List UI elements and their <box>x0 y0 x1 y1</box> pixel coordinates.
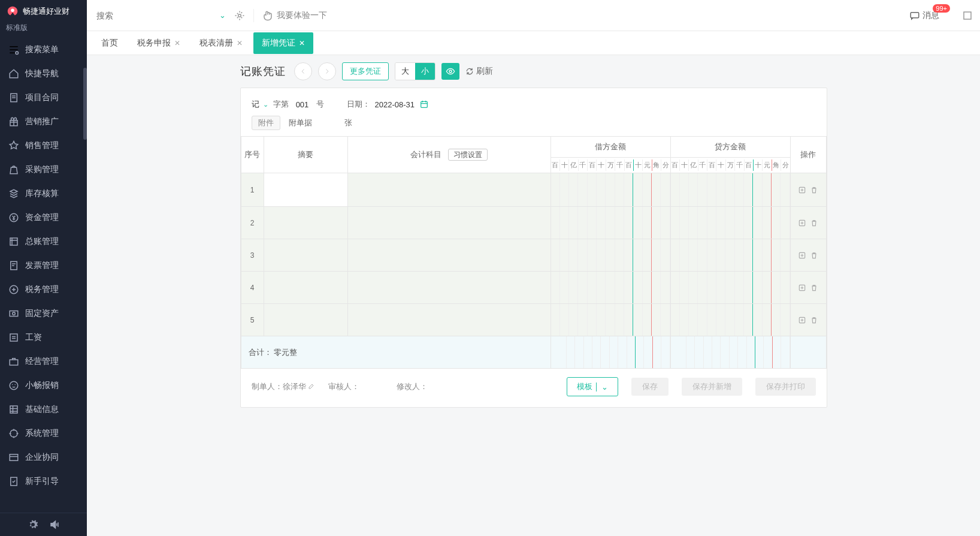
debit-cell[interactable] <box>551 304 670 336</box>
date-value[interactable]: 2022-08-31 <box>375 100 415 109</box>
sidebar-item-3[interactable]: 营销推广 <box>0 110 87 134</box>
sidebar-menu: 搜索菜单快捷导航项目合同营销推广销售管理采购管理库存核算资金管理总账管理发票管理… <box>0 38 87 513</box>
chevron-down-icon[interactable]: ⌄ <box>596 383 608 392</box>
debit-cell[interactable] <box>551 173 670 207</box>
summary-cell[interactable] <box>264 207 347 239</box>
stack-icon <box>8 188 19 199</box>
credit-cell[interactable] <box>670 304 790 336</box>
close-icon[interactable]: ✕ <box>299 39 305 47</box>
sidebar-item-6[interactable]: 库存核算 <box>0 182 87 206</box>
refresh-button[interactable]: 刷新 <box>465 66 493 77</box>
debit-digits-head: 百十亿千百十万千百十元角分 <box>551 158 670 173</box>
message-button[interactable]: 消息 99+ <box>909 10 939 21</box>
close-icon[interactable]: ✕ <box>237 39 243 47</box>
add-row-icon[interactable] <box>798 284 806 292</box>
subject-cell[interactable] <box>347 239 551 272</box>
svg-point-4 <box>16 52 19 55</box>
save-new-button[interactable]: 保存并新增 <box>682 378 742 396</box>
summary-cell[interactable] <box>264 272 347 304</box>
sidebar-item-10[interactable]: 税务管理 <box>0 278 87 302</box>
credit-cell[interactable] <box>670 239 790 272</box>
svg-rect-11 <box>10 311 18 317</box>
delete-row-icon[interactable] <box>810 251 818 260</box>
row-index: 1 <box>241 173 264 207</box>
view-button[interactable] <box>441 63 459 80</box>
close-icon[interactable]: ✕ <box>174 39 180 47</box>
delete-row-icon[interactable] <box>810 186 818 194</box>
summary-cell[interactable] <box>264 304 347 336</box>
prev-button[interactable] <box>294 62 312 80</box>
summary-cell[interactable] <box>264 239 347 272</box>
chevron-down-icon[interactable]: ⌄ <box>219 11 226 20</box>
col-summary: 摘要 <box>264 137 347 173</box>
sidebar-item-18[interactable]: 新手引导 <box>0 469 87 493</box>
sidebar-item-5[interactable]: 采购管理 <box>0 158 87 182</box>
attach-button[interactable]: 附件 <box>252 116 280 130</box>
sidebar-item-13[interactable]: 经营管理 <box>0 350 87 374</box>
speaker-icon[interactable] <box>49 519 60 530</box>
svg-rect-24 <box>964 12 971 19</box>
sidebar-item-0[interactable]: 搜索菜单 <box>0 38 87 62</box>
sidebar-item-8[interactable]: 总账管理 <box>0 230 87 254</box>
svg-point-0 <box>11 8 14 12</box>
gear-icon[interactable] <box>234 10 245 21</box>
sidebar-item-7[interactable]: 资金管理 <box>0 206 87 230</box>
svg-point-25 <box>449 70 452 73</box>
svg-point-19 <box>10 430 17 437</box>
save-print-button[interactable]: 保存并打印 <box>755 378 816 396</box>
subject-cell[interactable] <box>347 207 551 239</box>
svg-rect-3 <box>10 53 15 54</box>
sidebar-item-16[interactable]: 系统管理 <box>0 421 87 445</box>
delete-row-icon[interactable] <box>810 284 818 292</box>
sidebar-item-17[interactable]: 企业协同 <box>0 445 87 469</box>
delete-row-icon[interactable] <box>810 316 818 324</box>
sidebar-item-12[interactable]: 工资 <box>0 326 87 350</box>
template-button[interactable]: 模板 ⌄ <box>567 377 618 396</box>
delete-row-icon[interactable] <box>810 219 818 227</box>
search-input[interactable] <box>94 7 226 24</box>
add-row-icon[interactable] <box>798 251 806 260</box>
sidebar-item-14[interactable]: 小畅报销 <box>0 374 87 398</box>
tab-1[interactable]: 税务申报✕ <box>129 32 189 54</box>
more-vouchers-button[interactable]: 更多凭证 <box>342 62 389 80</box>
table-row: 4 <box>241 272 826 304</box>
experience-button[interactable]: 我要体验一下 <box>262 10 327 21</box>
subject-cell[interactable] <box>347 272 551 304</box>
tab-3[interactable]: 新增凭证✕ <box>253 32 313 54</box>
sidebar-item-1[interactable]: 快捷导航 <box>0 62 87 86</box>
next-button[interactable] <box>318 62 336 80</box>
habit-settings-button[interactable]: 习惯设置 <box>448 149 488 161</box>
chevron-right-icon <box>323 68 331 75</box>
save-button[interactable]: 保存 <box>631 378 669 396</box>
summary-input[interactable] <box>267 176 345 202</box>
credit-cell[interactable] <box>670 272 790 304</box>
add-row-icon[interactable] <box>798 316 806 324</box>
debit-cell[interactable] <box>551 207 670 239</box>
sidebar-item-11[interactable]: 固定资产 <box>0 302 87 326</box>
sidebar-item-2[interactable]: 项目合同 <box>0 86 87 110</box>
gear-icon[interactable] <box>28 519 38 530</box>
tab-2[interactable]: 税表清册✕ <box>191 32 251 54</box>
subject-cell[interactable] <box>347 304 551 336</box>
credit-cell[interactable] <box>670 207 790 239</box>
size-small-button[interactable]: 小 <box>415 63 435 80</box>
credit-cell[interactable] <box>670 173 790 207</box>
voucher-header: 记 ⌄ 字第 001 号 日期： 2022-08-31 <box>241 99 827 116</box>
expand-icon[interactable] <box>962 10 973 21</box>
debit-cell[interactable] <box>551 272 670 304</box>
voucher-number[interactable]: 001 <box>294 100 311 109</box>
voucher-type-select[interactable]: 记 ⌄ <box>252 99 268 110</box>
summary-cell[interactable] <box>264 173 347 207</box>
voucher-footer: 制单人：徐泽华 审核人： 修改人： 模板 ⌄ 保存 保存并新增 保存并打印 <box>241 369 827 396</box>
sidebar-item-4[interactable]: 销售管理 <box>0 134 87 158</box>
sidebar-item-9[interactable]: 发票管理 <box>0 254 87 278</box>
sidebar-item-15[interactable]: 基础信息 <box>0 398 87 421</box>
size-large-button[interactable]: 大 <box>395 63 415 80</box>
add-row-icon[interactable] <box>798 219 806 227</box>
tab-0[interactable]: 首页 <box>93 32 126 54</box>
calendar-icon[interactable] <box>419 100 429 109</box>
subject-cell[interactable] <box>347 173 551 207</box>
debit-cell[interactable] <box>551 239 670 272</box>
add-row-icon[interactable] <box>798 186 806 194</box>
edit-icon[interactable] <box>308 383 315 390</box>
